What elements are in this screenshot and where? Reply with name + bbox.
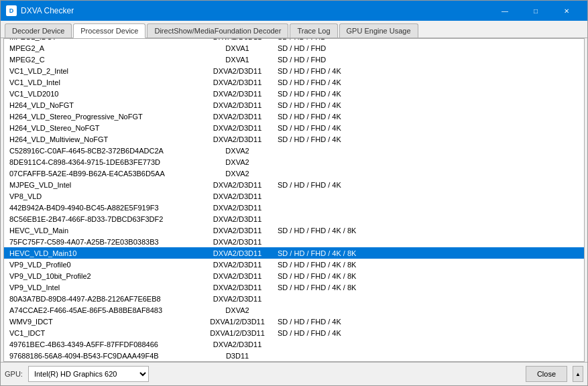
- table-row[interactable]: A74CCAE2-F466-45AE-86F5-AB8BE8AF8483DXVA…: [4, 304, 584, 316]
- tab-trace-log[interactable]: Trace Log: [290, 23, 337, 38]
- table-row[interactable]: VP8_VLDDXVA2/D3D11: [4, 190, 584, 202]
- row-type: DXVA2/D3D11: [197, 113, 278, 121]
- table-row[interactable]: 80A3A7BD-89D8-4497-A2B8-2126AF7E6EB8DXVA…: [4, 293, 584, 304]
- table-row[interactable]: MPEG2_CDXVA1SD / HD / FHD: [4, 54, 584, 65]
- row-type: DXVA2: [197, 306, 278, 314]
- row-name: 49761BEC-4B63-4349-A5FF-87FFDF088466: [9, 340, 197, 348]
- row-name: 80A3A7BD-89D8-4497-A2B8-2126AF7E6EB8: [9, 295, 197, 303]
- row-type: DXVA2: [197, 170, 278, 178]
- row-name: HEVC_VLD_Main: [9, 227, 197, 235]
- row-name: VP9_VLD_10bit_Profile2: [9, 272, 197, 280]
- row-type: DXVA2/D3D11: [197, 135, 278, 143]
- row-name: 07CFAFFB-5A2E-4B99-B62A-E4CA53B6D5AA: [9, 170, 197, 178]
- row-resolution: SD / HD / FHD / 4K: [278, 181, 579, 189]
- row-name: 75FC75F7-C589-4A07-A25B-72E03B0383B3: [9, 238, 197, 246]
- row-type: D3D11: [197, 352, 278, 360]
- row-name: HEVC_VLD_Main10: [9, 249, 197, 257]
- tab-gpu-engine[interactable]: GPU Engine Usage: [339, 23, 418, 38]
- table-row[interactable]: VP9_VLD_Profile0DXVA2/D3D11SD / HD / FHD…: [4, 259, 584, 270]
- table-row[interactable]: 07CFAFFB-5A2E-4B99-B62A-E4CA53B6D5AADXVA…: [4, 168, 584, 179]
- row-resolution: SD / HD / FHD / 4K: [278, 124, 579, 132]
- main-window: D DXVA Checker — □ ✕ Decoder Device Proc…: [0, 0, 588, 386]
- gpu-label: GPU:: [5, 370, 23, 378]
- table-row[interactable]: H264_VLD_Stereo_NoFGTDXVA2/D3D11SD / HD …: [4, 122, 584, 133]
- title-controls: — □ ✕: [489, 1, 582, 21]
- row-name: VP8_VLD: [9, 192, 197, 200]
- tab-bar: Decoder Device Processor Device DirectSh…: [1, 21, 587, 38]
- row-type: DXVA2/D3D11: [197, 272, 278, 280]
- row-type: DXVA2/D3D11: [197, 261, 278, 269]
- table-row[interactable]: VC1_IDCTDXVA1/2/D3D11SD / HD / FHD / 4K: [4, 327, 584, 338]
- row-type: DXVA1: [197, 56, 278, 64]
- row-name: H264_VLD_Stereo_NoFGT: [9, 124, 197, 132]
- table-row[interactable]: 49761BEC-4B63-4349-A5FF-87FFDF088466DXVA…: [4, 338, 584, 350]
- table-row[interactable]: H264_VLD_Multiview_NoFGTDXVA2/D3D11SD / …: [4, 133, 584, 145]
- row-name: 442B942A-B4D9-4940-BC45-A882E5F919F3: [9, 204, 197, 212]
- table-row[interactable]: VP9_VLD_IntelDXVA2/D3D11SD / HD / FHD / …: [4, 281, 584, 293]
- row-type: DXVA2/D3D11: [197, 249, 278, 257]
- row-type: DXVA2/D3D11: [197, 192, 278, 200]
- row-name: VC1_VLD_2_Intel: [9, 67, 197, 75]
- table-row[interactable]: VC1_VLD_2_IntelDXVA2/D3D11SD / HD / FHD …: [4, 65, 584, 76]
- gpu-select[interactable]: Intel(R) HD Graphics 620: [28, 366, 149, 382]
- close-button[interactable]: Close: [526, 366, 567, 382]
- row-resolution: SD / HD / FHD / 4K: [278, 329, 579, 337]
- table-row[interactable]: 75FC75F7-C589-4A07-A25B-72E03B0383B3DXVA…: [4, 236, 584, 247]
- maximize-button[interactable]: □: [520, 1, 551, 21]
- content-area: Intel(R) HD Graphics 620 MPEG2_VLDDXVA2/…: [3, 38, 585, 362]
- row-name: VC1_IDCT: [9, 329, 197, 337]
- row-type: DXVA2/D3D11: [197, 67, 278, 75]
- scroll-up-button[interactable]: ▲: [573, 366, 583, 382]
- table-row[interactable]: H264_VLD_Stereo_Progressive_NoFGTDXVA2/D…: [4, 111, 584, 122]
- row-type: DXVA2/D3D11: [197, 238, 278, 246]
- row-resolution: SD / HD / FHD / 4K / 8K: [278, 227, 579, 235]
- table-row[interactable]: MPEG2_ADXVA1SD / HD / FHD: [4, 42, 584, 54]
- table-row[interactable]: H264_VLD_NoFGTDXVA2/D3D11SD / HD / FHD /…: [4, 99, 584, 111]
- window-close-button[interactable]: ✕: [551, 1, 582, 21]
- table-row[interactable]: HEVC_VLD_MainDXVA2/D3D11SD / HD / FHD / …: [4, 224, 584, 236]
- row-type: DXVA2/D3D11: [197, 227, 278, 235]
- table-row[interactable]: 8C56EB1E-2B47-466F-8D33-7DBCD63F3DF2DXVA…: [4, 213, 584, 224]
- row-type: DXVA2/D3D11: [197, 295, 278, 303]
- tab-processor-device[interactable]: Processor Device: [73, 23, 145, 38]
- tab-directshow[interactable]: DirectShow/MediaFoundation Decoder: [147, 23, 288, 38]
- row-type: DXVA2/D3D11: [197, 101, 278, 109]
- row-type: DXVA1/2/D3D11: [197, 318, 278, 326]
- row-name: MPEG2_A: [9, 44, 197, 52]
- row-name: H264_VLD_NoFGT: [9, 101, 197, 109]
- table-row[interactable]: 8DE911C4-C898-4364-9715-1DE6B3FE773DDXVA…: [4, 156, 584, 168]
- table-row[interactable]: HEVC_VLD_Main10DXVA2/D3D11SD / HD / FHD …: [4, 247, 584, 259]
- row-resolution: SD / HD / FHD / 4K: [278, 90, 579, 98]
- table-row[interactable]: 442B942A-B4D9-4940-BC45-A882E5F919F3DXVA…: [4, 202, 584, 213]
- row-name: 97688186-56A8-4094-B543-FC9DAAA49F4B: [9, 352, 197, 360]
- table-row[interactable]: VC1_VLD2010DXVA2/D3D11SD / HD / FHD / 4K: [4, 88, 584, 99]
- row-name: VP9_VLD_Intel: [9, 283, 197, 292]
- title-bar: D DXVA Checker — □ ✕: [1, 1, 587, 21]
- table-row[interactable]: WMV9_IDCTDXVA1/2/D3D11SD / HD / FHD / 4K: [4, 316, 584, 327]
- row-type: DXVA1/2/D3D11: [197, 329, 278, 337]
- row-type: DXVA2/D3D11: [197, 124, 278, 132]
- row-type: DXVA2/D3D11: [197, 181, 278, 189]
- row-name: VC1_VLD2010: [9, 90, 197, 98]
- row-name: H264_VLD_Stereo_Progressive_NoFGT: [9, 113, 197, 121]
- decoder-list[interactable]: Intel(R) HD Graphics 620 MPEG2_VLDDXVA2/…: [3, 38, 585, 362]
- row-type: DXVA2/D3D11: [197, 78, 278, 86]
- row-type: DXVA2/D3D11: [197, 38, 278, 41]
- row-type: DXVA2/D3D11: [197, 204, 278, 212]
- bottom-bar: GPU: Intel(R) HD Graphics 620 Close ▲: [1, 362, 587, 385]
- table-row[interactable]: VP9_VLD_10bit_Profile2DXVA2/D3D11SD / HD…: [4, 270, 584, 281]
- row-type: DXVA2/D3D11: [197, 90, 278, 98]
- tab-decoder-device[interactable]: Decoder Device: [5, 23, 72, 38]
- row-name: VC1_VLD_Intel: [9, 78, 197, 86]
- table-row[interactable]: 97688186-56A8-4094-B543-FC9DAAA49F4BD3D1…: [4, 350, 584, 361]
- minimize-button[interactable]: —: [489, 1, 520, 21]
- row-resolution: SD / HD / FHD / 4K / 8K: [278, 272, 579, 280]
- table-row[interactable]: MJPEG_VLD_IntelDXVA2/D3D11SD / HD / FHD …: [4, 179, 584, 190]
- row-resolution: SD / HD / FHD: [278, 38, 579, 41]
- row-name: 8DE911C4-C898-4364-9715-1DE6B3FE773D: [9, 158, 197, 166]
- title-bar-left: D DXVA Checker: [6, 5, 74, 16]
- row-type: DXVA2: [197, 147, 278, 155]
- table-row[interactable]: VC1_VLD_IntelDXVA2/D3D11SD / HD / FHD / …: [4, 76, 584, 88]
- row-resolution: SD / HD / FHD: [278, 44, 579, 52]
- table-row[interactable]: C528916C-C0AF-4645-8CB2-372B6D4ADC2ADXVA…: [4, 145, 584, 156]
